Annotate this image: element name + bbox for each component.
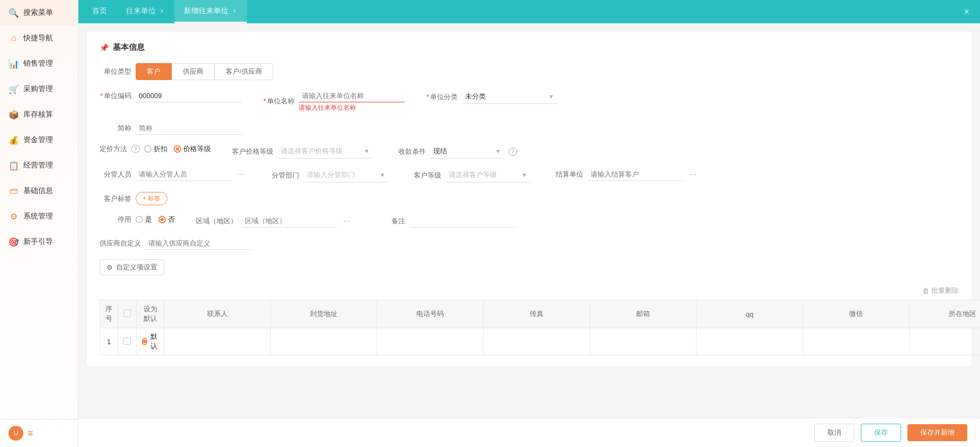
sidebar-item-label: 资金管理 (23, 135, 53, 145)
unit-category-select[interactable]: 未分类 ▼ (462, 90, 557, 104)
payment-select[interactable]: 现结 ▼ (430, 144, 504, 159)
region-input[interactable] (242, 215, 337, 227)
sidebar-item-label: 系统管理 (23, 212, 53, 221)
supplier-custom-input[interactable] (145, 237, 251, 250)
customer-price-select[interactable]: 请选择客户价格等级 ▼ (278, 144, 373, 159)
phone-input[interactable] (382, 336, 478, 348)
col-contact: 联系人 (164, 300, 271, 328)
tab-home[interactable]: 首页 (83, 0, 117, 23)
finance-icon: 💰 (8, 135, 19, 145)
sidebar-item-finance[interactable]: 💰 资金管理 (0, 127, 78, 153)
region-dots-icon[interactable]: ··· (341, 216, 352, 226)
row-checkbox[interactable] (123, 337, 131, 345)
tag-row: 客户标签 + 标签 (100, 192, 959, 205)
sidebar-item-system[interactable]: ⚙ 系统管理 (0, 204, 78, 229)
fax-input[interactable] (489, 336, 584, 348)
qq-input[interactable] (702, 336, 797, 348)
col-seq: 序号 (100, 300, 118, 328)
sidebar-expand-icon: ≡ (28, 428, 33, 439)
abbr-input[interactable] (136, 122, 242, 135)
unit-name-input[interactable] (299, 90, 405, 102)
disabled-yes-radio[interactable] (136, 216, 143, 223)
manager-dots-icon[interactable]: ··· (235, 170, 246, 179)
unit-name-field: *单位名称 请输入往来单位名称 (263, 90, 405, 112)
unit-type-both-button[interactable]: 客户/供应商 (215, 63, 273, 80)
sidebar-item-inventory[interactable]: 📦 库存核算 (0, 102, 78, 127)
remark-field: 备注 (373, 215, 515, 227)
discount-radio[interactable] (144, 145, 152, 153)
sidebar-item-label: 快捷导航 (23, 33, 53, 43)
email-input[interactable] (595, 336, 691, 348)
guide-icon: 🎯 (8, 236, 19, 247)
supplier-custom-field: 供应商自定义 (100, 237, 251, 250)
cell-address (271, 328, 377, 355)
close-all-tabs-button[interactable]: × (957, 0, 976, 23)
col-wechat: 微信 (803, 300, 910, 328)
batch-delete-label[interactable]: 批量删除 (931, 286, 959, 295)
table-header: 序号 设为默认 联系人 到货地址 电话号码 传真 邮箱 qq 微信 所在地区 (100, 300, 981, 328)
settlement-input[interactable] (587, 168, 683, 181)
cell-contact (164, 328, 271, 355)
disabled-no-radio[interactable] (158, 216, 166, 223)
sidebar-item-sales[interactable]: 📊 销售管理 (0, 51, 78, 76)
save-add-button[interactable]: 保存并新增 (907, 424, 967, 441)
sidebar-item-purchase[interactable]: 🛒 采购管理 (0, 76, 78, 102)
unit-type-supplier-button[interactable]: 供应商 (172, 63, 215, 80)
cell-phone (377, 328, 484, 355)
sidebar-item-label: 经营管理 (23, 161, 53, 170)
customer-level-select[interactable]: 请选择客户等级 ▼ (446, 168, 530, 182)
tab-counterparty-label: 往来单位 (126, 6, 156, 16)
region-table-input[interactable] (915, 336, 980, 348)
disabled-no-option[interactable]: 否 (158, 215, 175, 224)
disabled-radio-group: 是 否 (136, 215, 175, 224)
manager-input[interactable] (136, 168, 231, 181)
abbr-label: 简称 (100, 124, 131, 133)
basic-icon: 🗃 (8, 186, 19, 196)
tab-new-counterparty-close[interactable]: × (231, 6, 237, 16)
select-all-checkbox[interactable] (123, 310, 131, 317)
save-button[interactable]: 保存 (861, 424, 901, 442)
pricing-discount-option[interactable]: 折扣 (144, 144, 167, 154)
cancel-button[interactable]: 取消 (814, 424, 854, 442)
wechat-input[interactable] (808, 336, 904, 348)
tab-counterparty[interactable]: 往来单位 × (117, 0, 174, 23)
default-radio-circle[interactable] (142, 338, 147, 345)
unit-category-label: *单位分类 (426, 92, 458, 102)
custom-settings-button[interactable]: ⚙ 自定义项设置 (100, 259, 164, 275)
sidebar-item-label: 新手引导 (23, 237, 53, 247)
unit-type-customer-button[interactable]: 客户 (136, 63, 172, 80)
table-header-row: 序号 设为默认 联系人 到货地址 电话号码 传真 邮箱 qq 微信 所在地区 (100, 300, 981, 328)
disabled-field: 停用 是 否 (100, 215, 175, 224)
tab-new-counterparty[interactable]: 新增往来单位 × (174, 0, 247, 23)
manager-label: 分管人员 (100, 170, 131, 179)
dept-select[interactable]: 请输入分管部门 ▼ (304, 168, 388, 182)
cell-qq (697, 328, 803, 355)
address-input[interactable] (276, 336, 371, 348)
gear-icon: ⚙ (106, 264, 113, 271)
sidebar-item-search[interactable]: 🔍 搜索菜单 (0, 0, 78, 25)
sidebar-item-operations[interactable]: 📋 经营管理 (0, 153, 78, 178)
disabled-yes-option[interactable]: 是 (136, 215, 152, 224)
table-row: 1 默认 (100, 328, 981, 355)
sales-icon: 📊 (8, 58, 19, 69)
sidebar-item-quicknav[interactable]: ⌂ 快捷导航 (0, 25, 78, 51)
sidebar-item-basic[interactable]: 🗃 基础信息 (0, 178, 78, 204)
unit-code-field: *单位编码 (100, 90, 242, 102)
pricing-help-icon[interactable]: ? (131, 145, 140, 153)
grade-radio[interactable] (174, 145, 181, 153)
sidebar: 🔍 搜索菜单 ⌂ 快捷导航 📊 销售管理 🛒 采购管理 📦 库存核算 💰 资金管… (0, 0, 78, 447)
settlement-dots-icon[interactable]: ··· (687, 170, 698, 179)
unit-category-value: 未分类 (465, 92, 546, 101)
remark-label: 备注 (373, 216, 405, 226)
unit-code-input[interactable] (136, 90, 242, 102)
tab-counterparty-close[interactable]: × (159, 6, 165, 16)
payment-help-icon[interactable]: ? (509, 147, 517, 156)
contact-input[interactable] (170, 336, 265, 348)
disabled-label: 停用 (100, 215, 131, 224)
main-area: 首页 往来单位 × 新增往来单位 × × 📌 基本信息 单位类型 客户 (78, 0, 980, 447)
row-default-radio[interactable]: 默认 (142, 332, 158, 351)
remark-input[interactable] (409, 215, 515, 227)
pricing-grade-option[interactable]: 价格等级 (174, 144, 211, 154)
sidebar-item-guide[interactable]: 🎯 新手引导 (0, 229, 78, 255)
add-tag-button[interactable]: + 标签 (136, 192, 167, 205)
